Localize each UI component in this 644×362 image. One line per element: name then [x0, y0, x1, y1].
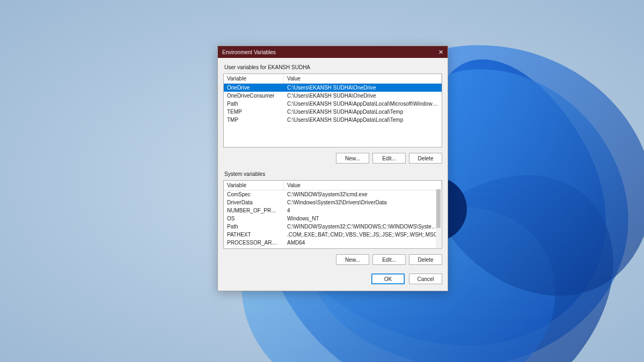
system-edit-button[interactable]: Edit...: [372, 254, 406, 265]
variable-cell: NUMBER_OF_PROCESSORS: [224, 206, 284, 215]
user-edit-button[interactable]: Edit...: [372, 153, 406, 164]
value-cell: C:\WINDOWS\system32;C:\WINDOWS;C:\WINDOW…: [284, 223, 442, 231]
variable-cell: TEMP: [224, 108, 284, 116]
window-title: Environment Variables: [222, 49, 276, 55]
scrollbar-thumb[interactable]: [436, 189, 441, 228]
variable-cell: DriverData: [224, 198, 284, 206]
table-row[interactable]: OneDriveConsumerC:\Users\EKANSH SUDHA\On…: [224, 92, 442, 100]
value-cell: Windows_NT: [284, 215, 442, 223]
table-row[interactable]: PathC:\Users\EKANSH SUDHA\AppData\Local\…: [224, 100, 442, 108]
table-row[interactable]: TEMPC:\Users\EKANSH SUDHA\AppData\Local\…: [224, 108, 442, 116]
user-variables-listbox[interactable]: Variable Value OneDriveC:\Users\EKANSH S…: [223, 73, 442, 147]
table-row[interactable]: DriverDataC:\Windows\System32\Drivers\Dr…: [224, 198, 442, 206]
cancel-button[interactable]: Cancel: [409, 274, 442, 284]
table-row[interactable]: OneDriveC:\Users\EKANSH SUDHA\OneDrive: [224, 84, 442, 92]
titlebar: Environment Variables ✕: [218, 46, 448, 58]
value-cell: .COM;.EXE;.BAT;.CMD;.VBS;.VBE;.JS;.JSE;.…: [284, 231, 442, 239]
table-row[interactable]: PROCESSOR_IDENTIFIERIntel64 Family 6 Mod…: [224, 247, 442, 249]
variable-cell: TMP: [224, 116, 284, 124]
dialog-button-row: OK Cancel: [223, 267, 442, 285]
value-cell: C:\WINDOWS\system32\cmd.exe: [284, 190, 442, 198]
variable-cell: PROCESSOR_ARCHITECTURE: [224, 239, 284, 247]
table-row[interactable]: PROCESSOR_ARCHITECTUREAMD64: [224, 239, 442, 247]
user-delete-button[interactable]: Delete: [409, 153, 442, 164]
system-delete-button[interactable]: Delete: [409, 254, 442, 265]
table-row[interactable]: NUMBER_OF_PROCESSORS4: [224, 206, 442, 215]
table-row[interactable]: OSWindows_NT: [224, 215, 442, 223]
variable-cell: PATHEXT: [224, 231, 284, 239]
system-new-button[interactable]: New...: [336, 254, 369, 265]
variable-cell: Path: [224, 223, 284, 231]
close-icon[interactable]: ✕: [437, 48, 444, 56]
variable-cell: OneDrive: [224, 84, 284, 92]
value-cell: 4: [284, 206, 442, 215]
user-button-row: New... Edit... Delete: [223, 147, 442, 166]
column-header-variable[interactable]: Variable: [224, 181, 284, 190]
system-scrollbar[interactable]: [436, 189, 441, 248]
system-variables-listbox[interactable]: Variable Value ComSpecC:\WINDOWS\system3…: [223, 180, 442, 249]
user-list-header: Variable Value: [224, 74, 442, 84]
column-header-variable[interactable]: Variable: [224, 74, 284, 83]
variable-cell: Path: [224, 100, 284, 108]
column-header-value[interactable]: Value: [284, 74, 442, 83]
system-button-row: New... Edit... Delete: [223, 249, 442, 267]
table-row[interactable]: PathC:\WINDOWS\system32;C:\WINDOWS;C:\WI…: [224, 223, 442, 231]
table-row[interactable]: ComSpecC:\WINDOWS\system32\cmd.exe: [224, 190, 442, 198]
variable-cell: OS: [224, 215, 284, 223]
ok-button[interactable]: OK: [371, 274, 405, 284]
table-row[interactable]: PATHEXT.COM;.EXE;.BAT;.CMD;.VBS;.VBE;.JS…: [224, 231, 442, 239]
value-cell: C:\Users\EKANSH SUDHA\AppData\Local\Micr…: [284, 100, 442, 108]
value-cell: C:\Users\EKANSH SUDHA\AppData\Local\Temp: [284, 108, 442, 116]
value-cell: C:\Users\EKANSH SUDHA\OneDrive: [284, 84, 442, 92]
system-variables-label: System variables: [223, 166, 442, 180]
user-new-button[interactable]: New...: [336, 153, 369, 164]
column-header-value[interactable]: Value: [284, 181, 442, 190]
user-variables-label: User variables for EKANSH SUDHA: [223, 62, 442, 73]
variable-cell: ComSpec: [224, 190, 284, 198]
value-cell: C:\Windows\System32\Drivers\DriverData: [284, 198, 442, 206]
variable-cell: PROCESSOR_IDENTIFIER: [224, 247, 284, 249]
value-cell: AMD64: [284, 239, 442, 247]
value-cell: Intel64 Family 6 Model 126 Stepping 5, G…: [284, 247, 442, 249]
table-row[interactable]: TMPC:\Users\EKANSH SUDHA\AppData\Local\T…: [224, 116, 442, 124]
variable-cell: OneDriveConsumer: [224, 92, 284, 100]
system-list-header: Variable Value: [224, 181, 442, 190]
value-cell: C:\Users\EKANSH SUDHA\OneDrive: [284, 92, 442, 100]
environment-variables-dialog: Environment Variables ✕ User variables f…: [217, 46, 448, 291]
value-cell: C:\Users\EKANSH SUDHA\AppData\Local\Temp: [284, 116, 442, 124]
